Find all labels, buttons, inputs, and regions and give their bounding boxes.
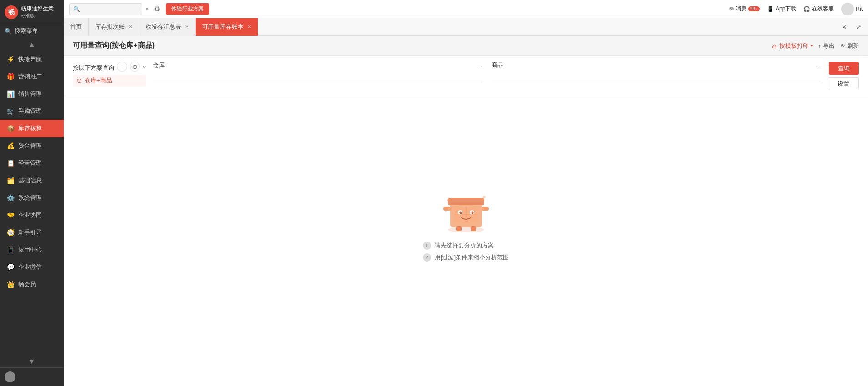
settings-btn[interactable]: 设置 [828, 77, 859, 90]
settings-gear-icon[interactable]: ⚙ [152, 5, 162, 13]
goods-input[interactable] [492, 71, 821, 82]
tab-home-label: 首页 [70, 23, 82, 31]
svg-rect-9 [471, 226, 476, 231]
marketing-icon: 🎁 [6, 72, 15, 81]
scroll-down-btn[interactable]: ▼ [0, 355, 64, 367]
tab-collect-account[interactable]: 收发存汇总表 ✕ [139, 18, 196, 36]
sidebar-bottom[interactable] [0, 367, 64, 386]
topbar: 🔍 ▾ ⚙ 体验行业方案 ✉ 消息 99+ 📱 App下载 🎧 在线客服 Rit [64, 0, 868, 18]
export-icon: ↑ [818, 42, 822, 49]
topbar-right: ✉ 消息 99+ 📱 App下载 🎧 在线客服 Rit [729, 3, 863, 15]
sidebar-item-sales[interactable]: 📊 销售管理 [0, 85, 64, 103]
tab-home[interactable]: 首页 [64, 18, 89, 36]
message-badge: 99+ [748, 6, 760, 11]
sidebar-item-quick-nav[interactable]: ⚡ 快捷导航 [0, 51, 64, 68]
logo-icon: 畅 [5, 5, 18, 19]
sidebar-item-funds[interactable]: 💰 资金管理 [0, 137, 64, 154]
tab-collect-account-close[interactable]: ✕ [185, 24, 189, 30]
phone-icon: 📱 [767, 6, 774, 12]
tabbar-expand-icon[interactable]: ⤢ [853, 21, 864, 32]
refresh-label: 刷新 [847, 42, 859, 50]
inventory-icon: 📦 [6, 124, 15, 133]
sidebar-item-label: 经营管理 [18, 159, 42, 167]
tab-available-account-close[interactable]: ✕ [247, 24, 251, 30]
enterprise-icon: 🤝 [6, 211, 15, 219]
export-btn[interactable]: ↑ 导出 [818, 42, 835, 50]
svg-point-7 [471, 212, 473, 214]
tab-available-account[interactable]: 可用量库存账本 ✕ [196, 18, 258, 36]
goods-field-header: 商品 ··· [492, 61, 821, 69]
avatar-image [841, 3, 854, 15]
instruction-text-2: 用[过滤]条件来缩小分析范围 [435, 253, 509, 262]
filter-fields: 仓库 ··· 商品 ··· [153, 61, 821, 82]
svg-point-16 [445, 211, 447, 212]
user-avatar[interactable]: Rit [841, 3, 863, 15]
trial-btn[interactable]: 体验行业方案 [166, 3, 209, 15]
scroll-up-btn[interactable]: ▲ [0, 39, 64, 51]
filter-field-warehouse: 仓库 ··· [153, 61, 482, 82]
query-btn[interactable]: 查询 [829, 62, 859, 75]
operations-icon: 📋 [6, 159, 15, 167]
scheme-item-warehouse-goods[interactable]: ⊙ 仓库+商品 [73, 75, 146, 87]
tabbar-close-icon[interactable]: ✕ [839, 21, 850, 32]
online-service-label: 在线客服 [812, 5, 834, 13]
topbar-search-box[interactable]: 🔍 [69, 3, 142, 15]
page-title: 可用量查询(按仓库+商品) [73, 41, 155, 51]
message-btn[interactable]: ✉ 消息 99+ [729, 5, 760, 13]
warehouse-field-header: 仓库 ··· [153, 61, 482, 69]
sidebar-item-label: 采购管理 [18, 107, 42, 115]
sidebar-item-wechat[interactable]: 💬 企业微信 [0, 258, 64, 276]
refresh-btn[interactable]: ↻ 刷新 [840, 42, 859, 50]
page-header: 可用量查询(按仓库+商品) 🖨 按模板打印 ▾ ↑ 导出 ↻ 刷新 [64, 36, 868, 56]
basic-icon: 🗂️ [6, 176, 15, 185]
sidebar-item-enterprise[interactable]: 🤝 企业协同 [0, 206, 64, 224]
sidebar-item-newbie[interactable]: 🧭 新手引导 [0, 224, 64, 241]
sidebar: 畅 畅康通好生意 标准版 🔍 搜索菜单 ▲ ⚡ 快捷导航 🎁 营销推广 📊 销售… [0, 0, 64, 386]
warehouse-input[interactable] [153, 71, 482, 82]
sidebar-item-label: 基础信息 [18, 176, 42, 185]
tab-batch-account[interactable]: 库存批次账 ✕ [89, 18, 139, 36]
instruction-1: 1 请先选择要分析的方案 [423, 242, 509, 250]
sidebar-item-label: 快捷导航 [18, 55, 42, 63]
sidebar-item-operations[interactable]: 📋 经营管理 [0, 154, 64, 172]
sidebar-item-inventory[interactable]: 📦 库存核算 [0, 120, 64, 137]
logo-sub: 标准版 [21, 13, 54, 19]
svg-rect-11 [482, 207, 489, 211]
svg-rect-10 [443, 207, 451, 211]
goods-more-btn[interactable]: ··· [816, 62, 821, 69]
page-content: 可用量查询(按仓库+商品) 🖨 按模板打印 ▾ ↑ 导出 ↻ 刷新 [64, 36, 868, 386]
template-print-btn[interactable]: 🖨 按模板打印 ▾ [772, 42, 813, 50]
sidebar-item-marketing[interactable]: 🎁 营销推广 [0, 68, 64, 85]
sidebar-item-purchase[interactable]: 🛒 采购管理 [0, 103, 64, 120]
sidebar-item-vip[interactable]: 👑 畅会员 [0, 276, 64, 293]
warehouse-more-btn[interactable]: ··· [477, 62, 482, 69]
scheme-panel: 按以下方案查询 + ⊙ « ⊙ 仓库+商品 [73, 61, 146, 87]
app-download-btn[interactable]: 📱 App下载 [767, 5, 796, 13]
topbar-search-input[interactable] [82, 6, 127, 12]
search-label: 搜索菜单 [15, 27, 38, 35]
sidebar-item-label: 企业协同 [18, 211, 42, 219]
tab-batch-account-close[interactable]: ✕ [128, 24, 132, 30]
sidebar-item-label: 系统管理 [18, 194, 42, 202]
scheme-setting-btn[interactable]: ⊙ [130, 62, 140, 72]
sidebar-item-app-center[interactable]: 📱 应用中心 [0, 241, 64, 258]
sidebar-item-system[interactable]: ⚙️ 系统管理 [0, 189, 64, 206]
chevron-down-icon: ▾ [811, 43, 813, 48]
tabbar: 首页 库存批次账 ✕ 收发存汇总表 ✕ 可用量库存账本 ✕ ✕ ⤢ [64, 18, 868, 36]
svg-point-0 [448, 227, 484, 232]
sidebar-nav: ⚡ 快捷导航 🎁 营销推广 📊 销售管理 🛒 采购管理 📦 库存核算 💰 资金管… [0, 51, 64, 355]
online-service-btn[interactable]: 🎧 在线客服 [803, 5, 834, 13]
svg-point-14 [447, 199, 449, 201]
search-icon: 🔍 [5, 28, 12, 35]
sidebar-item-label: 畅会员 [18, 280, 36, 288]
empty-illustration [439, 184, 493, 234]
svg-rect-2 [448, 198, 484, 205]
sidebar-item-basic[interactable]: 🗂️ 基础信息 [0, 172, 64, 189]
scheme-collapse-btn[interactable]: « [142, 63, 146, 70]
wechat-icon: 💬 [6, 263, 15, 271]
dropdown-chevron-icon[interactable]: ▾ [146, 6, 148, 12]
sidebar-search[interactable]: 🔍 搜索菜单 [0, 23, 64, 39]
filter-actions: 查询 设置 [828, 61, 859, 90]
scheme-add-btn[interactable]: + [117, 62, 127, 72]
sidebar-item-label: 销售管理 [18, 90, 42, 98]
